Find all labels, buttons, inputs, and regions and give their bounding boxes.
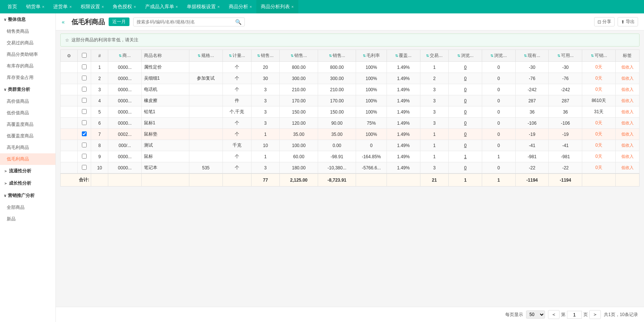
sidebar-item-low-margin[interactable]: 低毛利商品 (0, 153, 55, 165)
prev-page-button[interactable]: ＜ (548, 310, 560, 319)
nav-product-analysis[interactable]: 商品分析 × (224, 0, 256, 13)
sidebar-group-growth-title[interactable]: ＞ 成长性分析 (0, 177, 55, 189)
row-checkbox[interactable] (82, 131, 87, 136)
nav-close-icon[interactable]: × (134, 4, 136, 9)
sidebar-group-overall-title[interactable]: ∨ 整体信息 (0, 13, 55, 26)
cell-browse1[interactable]: 0 (449, 140, 482, 151)
col-header-name[interactable]: 商品名称 (141, 50, 189, 62)
cell-checkbox[interactable] (78, 140, 91, 151)
col-header-settings[interactable]: ⚙ (61, 50, 78, 62)
browse-link[interactable]: 0 (464, 143, 467, 148)
sidebar-group-cluster-title[interactable]: ∨ 类群查分析 (0, 83, 55, 96)
sidebar-item-all-goods[interactable]: 全部商品 (0, 202, 55, 213)
nav-finished-goods[interactable]: 产成品入库单 × (141, 0, 182, 13)
browse-link[interactable]: 0 (464, 121, 467, 126)
row-checkbox[interactable] (82, 98, 87, 103)
search-icon[interactable]: 🔍 (235, 19, 241, 25)
browse-link[interactable]: 0 (464, 109, 467, 115)
col-header-browse1[interactable]: ⇅浏览... (449, 50, 482, 62)
cell-browse1[interactable]: 0 (449, 62, 482, 73)
col-header-coverage[interactable]: ⇅覆盖... (387, 50, 420, 62)
row-checkbox[interactable] (82, 64, 87, 69)
cell-checkbox[interactable] (78, 129, 91, 140)
col-header-checkbox[interactable] (78, 50, 91, 62)
sidebar-item-stock-goods[interactable]: 有库存的商品 (0, 60, 55, 72)
cell-checkbox[interactable] (78, 162, 91, 174)
row-checkbox[interactable] (82, 109, 87, 114)
sidebar-item-high-margin[interactable]: 高毛利商品 (0, 142, 55, 153)
nav-close-icon[interactable]: × (250, 4, 252, 9)
col-header-sales-profit[interactable]: ⇅销售... (318, 50, 356, 62)
col-header-sales-qty[interactable]: ⇅销售... (251, 50, 280, 62)
nav-purchase-order[interactable]: 进货单 × (49, 0, 76, 13)
sidebar-item-stock-capital[interactable]: 库存资金占用 (0, 72, 55, 83)
nav-permissions[interactable]: 权限设置 × (76, 0, 108, 13)
sidebar-item-low-coverage[interactable]: 低覆盖度商品 (0, 130, 55, 142)
row-checkbox[interactable] (82, 76, 87, 80)
browse-link[interactable]: 0 (464, 87, 467, 92)
col-header-trade[interactable]: ⇅交易... (420, 50, 449, 62)
browse-link[interactable]: 0 (464, 65, 467, 70)
row-checkbox[interactable] (82, 154, 87, 159)
per-page-select[interactable]: 50 10 20 100 (526, 310, 545, 319)
nav-close-icon[interactable]: × (176, 4, 178, 9)
cell-checkbox[interactable] (78, 106, 91, 118)
export-button[interactable]: ⬆ 导出 (618, 17, 638, 26)
nav-product-analysis-list[interactable]: 商品分析列表 × (256, 0, 298, 13)
sidebar-group-liquidity-title[interactable]: ＞ 流通性分析 (0, 165, 55, 177)
col-header-browse2[interactable]: ⇅浏览... (482, 50, 516, 62)
row-checkbox[interactable] (82, 120, 87, 125)
col-header-gross-rate[interactable]: ⇅毛利率 (356, 50, 387, 62)
browse-link[interactable]: 0 (464, 165, 467, 170)
row-checkbox[interactable] (82, 143, 87, 147)
nav-home[interactable]: 首页 (3, 0, 22, 13)
cell-checkbox[interactable] (78, 62, 91, 73)
sidebar-group-marketing-title[interactable]: ∨ 营销推广分析 (0, 189, 55, 202)
cell-browse1[interactable]: 1 (449, 151, 482, 162)
next-page-button[interactable]: ＞ (589, 310, 601, 319)
cell-browse1[interactable]: 0 (449, 106, 482, 118)
nav-close-icon[interactable]: × (102, 4, 104, 9)
nav-sales-order[interactable]: 销货单 × (22, 0, 49, 13)
cell-checkbox[interactable] (78, 84, 91, 95)
browse-link[interactable]: 0 (464, 98, 467, 103)
share-button[interactable]: ⊡ 分享 (594, 17, 615, 26)
col-header-saleable-days[interactable]: ⇅可销... (582, 50, 616, 62)
cell-browse1[interactable]: 0 (449, 84, 482, 95)
browse-link[interactable]: 1 (464, 154, 467, 159)
sidebar-item-high-coverage[interactable]: 高覆盖度商品 (0, 119, 55, 130)
cell-browse1[interactable]: 0 (449, 73, 482, 84)
sidebar-item-traded-goods[interactable]: 交易过的商品 (0, 37, 55, 49)
col-header-unit[interactable]: ⇅计量... (222, 50, 251, 62)
cell-checkbox[interactable] (78, 118, 91, 129)
nav-role-auth[interactable]: 角色授权 × (108, 0, 140, 13)
cell-browse1[interactable]: 0 (449, 129, 482, 140)
col-header-tag[interactable]: 标签 (615, 50, 639, 62)
page-number-input[interactable] (567, 311, 582, 319)
nav-close-icon[interactable]: × (42, 4, 44, 9)
row-checkbox[interactable] (82, 87, 87, 92)
row-checkbox[interactable] (82, 165, 87, 170)
col-header-current-stock[interactable]: ⇅现有... (515, 50, 549, 62)
col-header-code[interactable]: ⇅商... (108, 50, 142, 62)
col-header-sales-amt[interactable]: ⇅销售... (280, 50, 318, 62)
cell-checkbox[interactable] (78, 95, 91, 106)
cell-checkbox[interactable] (78, 151, 91, 162)
sidebar-item-new-goods[interactable]: 新品 (0, 213, 55, 225)
col-header-available-stock[interactable]: ⇅可用... (549, 50, 582, 62)
nav-close-icon[interactable]: × (69, 4, 71, 9)
cell-browse1[interactable]: 0 (449, 95, 482, 106)
select-all-checkbox[interactable] (82, 53, 87, 58)
cell-browse1[interactable]: 0 (449, 118, 482, 129)
sidebar-item-category-rate[interactable]: 商品分类助销率 (0, 49, 55, 60)
sidebar-item-sales-goods[interactable]: 销售类商品 (0, 26, 55, 37)
cell-browse1[interactable]: 0 (449, 162, 482, 174)
sidebar-item-low-value[interactable]: 低价值商品 (0, 107, 55, 119)
search-input[interactable] (137, 19, 235, 25)
date-filter-button[interactable]: 近一月 (109, 17, 129, 26)
browse-link[interactable]: 0 (464, 76, 467, 81)
cell-checkbox[interactable] (78, 73, 91, 84)
sidebar-collapse-button[interactable]: « (62, 19, 65, 25)
col-header-spec[interactable]: ⇅规格... (189, 50, 222, 62)
nav-close-icon[interactable]: × (217, 4, 220, 9)
